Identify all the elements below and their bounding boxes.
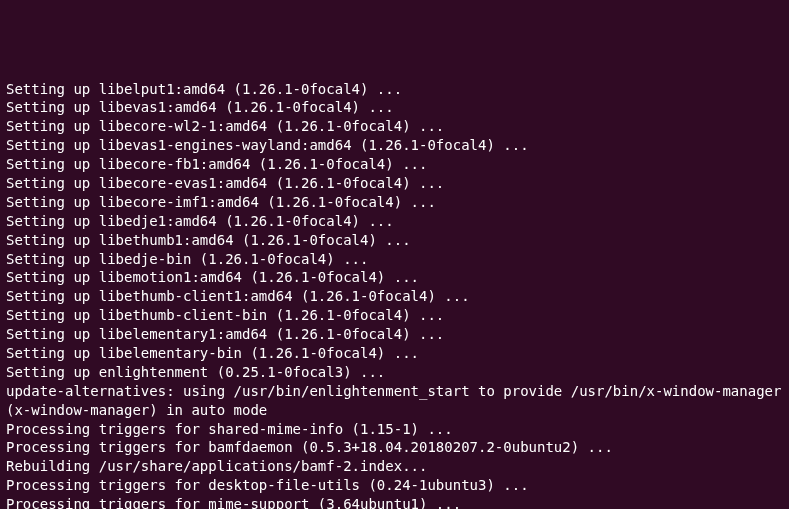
terminal-line: Setting up libethumb-client1:amd64 (1.26… <box>6 287 783 306</box>
terminal-line: Setting up libevas1-engines-wayland:amd6… <box>6 136 783 155</box>
terminal-line: Processing triggers for mime-support (3.… <box>6 495 783 509</box>
terminal-line: Setting up libethumb1:amd64 (1.26.1-0foc… <box>6 231 783 250</box>
terminal-output: Setting up libelput1:amd64 (1.26.1-0foca… <box>6 80 783 509</box>
terminal-line: Setting up libecore-wl2-1:amd64 (1.26.1-… <box>6 117 783 136</box>
terminal-line: Setting up libedje-bin (1.26.1-0focal4) … <box>6 250 783 269</box>
terminal-line: Setting up libedje1:amd64 (1.26.1-0focal… <box>6 212 783 231</box>
terminal-line: Setting up libemotion1:amd64 (1.26.1-0fo… <box>6 268 783 287</box>
terminal-line: Processing triggers for shared-mime-info… <box>6 420 783 439</box>
terminal-line: Setting up libecore-evas1:amd64 (1.26.1-… <box>6 174 783 193</box>
terminal-line: Setting up libecore-imf1:amd64 (1.26.1-0… <box>6 193 783 212</box>
terminal-line: Setting up enlightenment (0.25.1-0focal3… <box>6 363 783 382</box>
terminal-line: Setting up libecore-fb1:amd64 (1.26.1-0f… <box>6 155 783 174</box>
terminal-line: Processing triggers for desktop-file-uti… <box>6 476 783 495</box>
terminal-line: update-alternatives: using /usr/bin/enli… <box>6 382 783 420</box>
terminal-line: Setting up libethumb-client-bin (1.26.1-… <box>6 306 783 325</box>
terminal-line: Setting up libelementary1:amd64 (1.26.1-… <box>6 325 783 344</box>
terminal-line: Setting up libevas1:amd64 (1.26.1-0focal… <box>6 98 783 117</box>
terminal-line: Setting up libelput1:amd64 (1.26.1-0foca… <box>6 80 783 99</box>
terminal-line: Setting up libelementary-bin (1.26.1-0fo… <box>6 344 783 363</box>
terminal-line: Processing triggers for bamfdaemon (0.5.… <box>6 438 783 457</box>
terminal-line: Rebuilding /usr/share/applications/bamf-… <box>6 457 783 476</box>
